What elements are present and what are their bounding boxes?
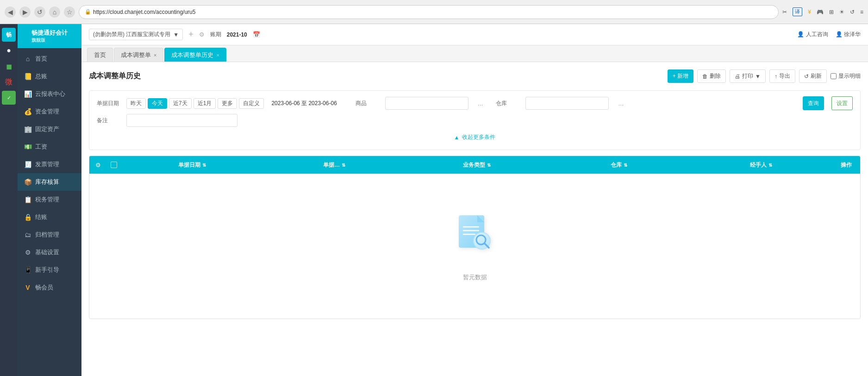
sidebar-item-close-period[interactable]: 🔒 结账 [18, 208, 81, 226]
th-date[interactable]: 单据日期 ⇅ [121, 161, 263, 169]
warehouse-input[interactable] [525, 97, 609, 110]
select-all-checkbox[interactable] [111, 162, 117, 168]
show-detail-toggle[interactable]: 显示明细 [831, 72, 861, 80]
back-button[interactable]: ◀ [5, 6, 16, 18]
sidebar-item-payroll[interactable]: 💵 工资 [18, 138, 81, 156]
table-header: ⚙ 单据日期 ⇅ 单据… ⇅ 业务类型 ⇅ [89, 156, 860, 174]
page-header: 成本调整单历史 + 新增 🗑 删除 🖨 打印 ▼ ↑ 导出 [89, 69, 861, 83]
add-company-btn[interactable]: + [188, 30, 194, 39]
show-detail-checkbox[interactable] [831, 73, 837, 79]
rail-item-3[interactable]: ◼ [2, 59, 16, 73]
sidebar: 畅捷通好会计 旗舰版 ⌂ 首页 📒 总账 📊 云报表中心 💰 资金管理 � [18, 24, 81, 376]
sidebar-item-label: 结账 [35, 213, 47, 221]
sidebar-item-invoice[interactable]: 🧾 发票管理 [18, 156, 81, 173]
sidebar-menu: ⌂ 首页 📒 总账 📊 云报表中心 💰 资金管理 🏢 固定资产 💵 工资 [18, 48, 81, 376]
wallet-tool[interactable]: ¥ [808, 9, 811, 15]
delete-button[interactable]: 🗑 删除 [697, 69, 726, 83]
archive-icon: 🗂 [24, 231, 31, 238]
print-button[interactable]: 🖨 打印 ▼ [730, 69, 766, 83]
sidebar-item-label: 固定资产 [35, 125, 59, 133]
table-settings-icon[interactable]: ⚙ [89, 162, 107, 169]
date-btn-7days[interactable]: 近7天 [169, 98, 192, 109]
cut-tool[interactable]: ✂ [782, 9, 787, 15]
menu-tool[interactable]: ≡ [860, 9, 863, 15]
rail-item-2[interactable]: ● [2, 44, 16, 57]
translate-tool[interactable]: 译 [793, 7, 802, 16]
filter-settings-button[interactable]: 设置 [831, 96, 853, 110]
sidebar-item-label: 税务管理 [35, 195, 59, 204]
page-title: 成本调整单历史 [89, 71, 141, 81]
settings-gear-icon[interactable]: ⚙ [199, 31, 205, 38]
remark-filter-label: 备注 [97, 117, 119, 125]
home-button[interactable]: ⌂ [49, 6, 60, 18]
url-bar[interactable]: 🔒 https://cloud.chanjet.com/accounting/u… [79, 5, 779, 19]
date-btn-today[interactable]: 今天 [148, 98, 167, 109]
tab-cost-adjust-close[interactable]: × [154, 52, 156, 58]
data-table: ⚙ 单据日期 ⇅ 单据… ⇅ 业务类型 ⇅ [89, 156, 861, 319]
sidebar-item-tax[interactable]: 📋 税务管理 [18, 191, 81, 208]
th-actions-label: 操作 [841, 161, 852, 169]
main-area: (勿删勿禁用) 江西服宝测试专用 ▼ + ⚙ 账期 2021-10 📅 👤 人工… [81, 24, 868, 376]
sidebar-logo: 畅捷通好会计 旗舰版 [18, 24, 81, 48]
user-avatar[interactable]: 👤 徐泽华 [836, 31, 861, 38]
remark-input[interactable] [126, 114, 237, 127]
refresh-button[interactable]: ↺ 刷新 [799, 69, 827, 83]
sidebar-item-home[interactable]: ⌂ 首页 [18, 50, 81, 68]
query-button[interactable]: 查询 [803, 96, 824, 110]
brightness-tool[interactable]: ☀ [839, 9, 844, 15]
date-btn-custom[interactable]: 自定义 [239, 98, 264, 109]
lock-icon: 🔒 [85, 9, 91, 15]
th-number-label: 单据… [323, 161, 340, 169]
guide-icon: 📱 [24, 266, 31, 274]
sidebar-item-label: 总账 [35, 72, 47, 81]
sidebar-item-archive[interactable]: 🗂 归档管理 [18, 226, 81, 244]
filter-row-remark: 备注 [97, 114, 853, 127]
date-btn-yesterday[interactable]: 昨天 [126, 98, 146, 109]
th-number[interactable]: 单据… ⇅ [263, 161, 405, 169]
date-btn-more[interactable]: 更多 [218, 98, 237, 109]
calendar-icon[interactable]: 📅 [253, 31, 260, 38]
goods-filter-label: 商品 [356, 100, 378, 107]
export-button[interactable]: ↑ 导出 [769, 69, 795, 83]
th-warehouse[interactable]: 仓库 ⇅ [548, 161, 690, 169]
sidebar-item-label: 新手引导 [35, 266, 59, 274]
tab-home[interactable]: 首页 [87, 48, 113, 62]
collapse-filter-button[interactable]: ▲ 收起更多条件 [97, 131, 853, 144]
sidebar-item-ledger[interactable]: 📒 总账 [18, 68, 81, 85]
refresh-button[interactable]: ↺ [34, 6, 45, 18]
th-biz-type[interactable]: 业务类型 ⇅ [406, 161, 548, 169]
tab-cost-adjust-history[interactable]: 成本调整单历史 × [164, 48, 226, 62]
tab-home-label: 首页 [94, 51, 106, 59]
sidebar-item-vip[interactable]: V 畅会员 [18, 279, 81, 296]
warehouse-dots-btn[interactable]: ... [616, 100, 625, 107]
date-btn-1month[interactable]: 近1月 [194, 98, 216, 109]
rail-item-weibo[interactable]: 微 [2, 75, 16, 89]
forward-button[interactable]: ▶ [19, 6, 31, 18]
th-handler[interactable]: 经手人 ⇅ [690, 161, 832, 169]
company-selector[interactable]: (勿删勿禁用) 江西服宝测试专用 ▼ [89, 29, 183, 40]
star-button[interactable]: ☆ [64, 6, 75, 18]
new-button[interactable]: + 新增 [668, 69, 693, 83]
sidebar-item-assets[interactable]: 🏢 固定资产 [18, 120, 81, 138]
tab-cost-adjust-label: 成本调整单 [121, 51, 151, 59]
game-tool[interactable]: 🎮 [817, 9, 824, 15]
sidebar-item-settings[interactable]: ⚙ 基础设置 [18, 244, 81, 261]
rail-item-4[interactable]: ✓ [2, 91, 16, 105]
goods-input[interactable] [385, 97, 468, 110]
grid-tool[interactable]: ⊞ [829, 9, 834, 15]
tab-cost-adjust[interactable]: 成本调整单 × [114, 48, 163, 62]
undo-tool[interactable]: ↺ [850, 9, 855, 15]
filter-row-date: 单据日期 昨天 今天 近7天 近1月 更多 自定义 2023-06-06 至 2… [97, 96, 853, 110]
sidebar-item-label: 畅会员 [35, 283, 53, 292]
tab-cost-adjust-history-close[interactable]: × [216, 52, 219, 58]
customer-service-btn[interactable]: 👤 人工咨询 [797, 31, 828, 38]
rail-item-1[interactable]: 畅 [2, 28, 16, 42]
table-select-all[interactable] [107, 162, 121, 168]
assets-icon: 🏢 [24, 125, 31, 133]
sidebar-item-funds[interactable]: 💰 资金管理 [18, 103, 81, 120]
goods-dots-btn[interactable]: ... [476, 100, 485, 107]
icon-rail: 畅 ● ◼ 微 ✓ [0, 24, 18, 376]
sidebar-item-reports[interactable]: 📊 云报表中心 [18, 85, 81, 103]
sidebar-item-inventory[interactable]: 📦 库存核算 [18, 173, 81, 191]
sidebar-item-guide[interactable]: 📱 新手引导 [18, 261, 81, 279]
